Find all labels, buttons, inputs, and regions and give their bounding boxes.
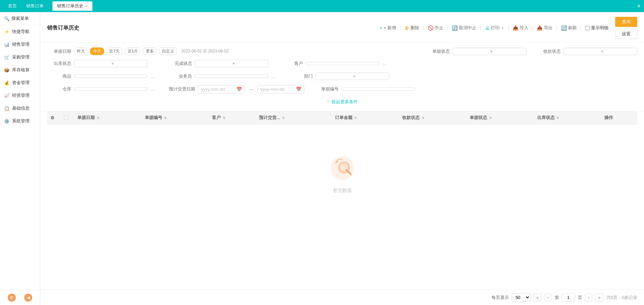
inventory-icon: 📦 (4, 67, 9, 73)
display-columns-toggle[interactable]: 显示明细 (585, 25, 608, 31)
th-outbound-status[interactable]: 出库状态 ⇅ (534, 111, 601, 124)
date-btn-custom[interactable]: 自定义 (159, 47, 177, 55)
filter-row-4: 仓库 ... 预计交货日期 yyyy-mm-dd 📅 — yyyy-mm-dd … (47, 85, 637, 93)
sales-rep-label: 业务员 (168, 73, 195, 79)
last-page-button[interactable]: » (595, 294, 603, 301)
divider-6 (532, 26, 533, 30)
order-number-label: 单据编号 (314, 86, 341, 92)
th-checkbox[interactable] (60, 111, 74, 124)
sidebar-item-sales-mgmt[interactable]: 📊 销售管理 (0, 38, 40, 51)
search-icon: 🔍 (4, 16, 9, 21)
th-delivery[interactable]: 预计交货... ⇅ (256, 111, 332, 124)
next-page-button[interactable]: › (585, 294, 592, 301)
collapse-arrow-icon: ⌃ (327, 100, 330, 104)
outbound-status-select[interactable]: ▼ (74, 60, 148, 67)
date-btn-7days[interactable]: 近7天 (106, 47, 123, 55)
divider-7 (557, 26, 557, 30)
th-receipt-status[interactable]: 收款状态 ⇅ (399, 111, 466, 124)
sidebar-item-purchase-mgmt[interactable]: 🛒 采购管理 (0, 51, 40, 64)
warehouse-dots[interactable]: ... (148, 85, 158, 93)
filter-area: 单据日期 昨天 今天 近7天 近1月 更多 自定义 2023-06-02 至 2… (40, 43, 644, 111)
first-page-button[interactable]: « (533, 294, 542, 301)
refresh-button[interactable]: 🔄 刷新 (561, 25, 577, 31)
th-number[interactable]: 单据编号 ⇅ (141, 111, 209, 124)
th-order-status[interactable]: 单据状态 ⇅ (466, 111, 534, 124)
completion-status-arrow-icon: ▼ (232, 62, 265, 66)
query-button[interactable]: 查询 (615, 17, 637, 27)
date-options: 昨天 今天 近7天 近1月 更多 自定义 2023-06-02 至 2023-0… (74, 47, 229, 55)
calendar-icon-from: 📅 (237, 87, 242, 92)
warehouse-input[interactable] (74, 87, 148, 91)
delete-button[interactable]: 🗑 删除 (404, 25, 419, 31)
delivery-date-from[interactable]: yyyy-mm-dd 📅 (198, 85, 245, 93)
tab-home[interactable]: 首页 (3, 1, 22, 11)
th-amount[interactable]: 订单金额 ⇅ (332, 111, 399, 124)
sort-outbound-icon: ⇅ (556, 116, 559, 120)
settings-button[interactable]: 设置 (615, 29, 637, 39)
toolbar: + + 新增 🗑 删除 🚫 中止 🔄 取消中止 (380, 17, 637, 39)
sales-rep-input[interactable] (195, 75, 268, 78)
sort-number-icon: ⇅ (164, 116, 167, 120)
print-icon: 🖨 (485, 25, 489, 31)
sales-rep-dots[interactable]: ... (268, 72, 278, 81)
tab-sales-order[interactable]: 销售订单 × (22, 1, 52, 11)
th-settings[interactable]: ⚙ (47, 111, 60, 124)
export-button[interactable]: 📤 导出 (537, 25, 553, 31)
refresh-icon: 🔄 (561, 25, 567, 31)
tab-close-history[interactable]: × (85, 4, 87, 8)
sort-amount-icon: ⇅ (354, 116, 357, 120)
receipt-status-select[interactable]: ▼ (563, 48, 637, 55)
finance-icon: 💰 (4, 80, 9, 85)
page-prefix-label: 第 (555, 295, 559, 301)
empty-state: 暂无数据 (47, 124, 637, 207)
date-btn-yesterday[interactable]: 昨天 (74, 47, 88, 55)
sidebar-item-inventory[interactable]: 📦 库存核算 (0, 64, 40, 76)
date-btn-1month[interactable]: 近1月 (125, 47, 141, 55)
stop-button[interactable]: 🚫 中止 (428, 25, 443, 31)
th-date[interactable]: 单据日期 ⇅ (74, 111, 141, 124)
sidebar-item-operations[interactable]: 📈 经营管理 (0, 89, 40, 102)
date-btn-today[interactable]: 今天 (90, 47, 104, 55)
customer-dots[interactable]: ... (380, 59, 389, 68)
collapse-bar[interactable]: ⌃ 收起更多条件 (47, 98, 637, 106)
page-title: 销售订单历史 (47, 25, 79, 32)
sidebar-item-system-mgmt[interactable]: ⚙️ 系统管理 (0, 115, 40, 127)
completion-status-select[interactable]: ▼ (195, 60, 269, 67)
import-button[interactable]: 📥 导入 (513, 25, 528, 31)
per-page-select[interactable]: 50 10 20 100 (512, 293, 530, 302)
window-close-icon[interactable]: × (637, 3, 641, 10)
prev-page-button[interactable]: ‹ (545, 294, 552, 301)
tab-close-sales-order[interactable]: × (46, 4, 48, 8)
calendar-icon-to: 📅 (296, 87, 301, 92)
divider-8 (581, 26, 581, 30)
tab-sales-order-history[interactable]: 销售订单历史 × (52, 1, 92, 11)
order-status-select[interactable]: ▼ (453, 48, 526, 55)
customer-label: 客户 (289, 61, 306, 67)
display-columns-checkbox[interactable] (585, 26, 590, 30)
th-customer[interactable]: 客户 ⇅ (209, 111, 256, 124)
sidebar-item-basic-info[interactable]: 📋 基础信息 (0, 102, 40, 115)
product-dots[interactable]: ... (148, 72, 158, 81)
department-select[interactable]: ▼ (315, 73, 389, 80)
sidebar-settings-icon[interactable]: ⚙ (8, 294, 16, 302)
print-arrow-icon: ▼ (501, 26, 504, 30)
sidebar-collapse-icon[interactable]: ◀ (24, 294, 32, 302)
page-number-input[interactable] (562, 294, 575, 301)
sidebar-item-finance[interactable]: 💰 资金管理 (0, 76, 40, 89)
table-area: ⚙ 单据日期 ⇅ 单据编号 ⇅ 客户 ⇅ 预计交货... ⇅ 订单金额 ⇅ 收款… (40, 111, 644, 290)
cancel-stop-button[interactable]: 🔄 取消中止 (452, 25, 476, 31)
sidebar-search[interactable]: 🔍 搜索菜单 (0, 12, 40, 25)
new-button[interactable]: + + 新增 (380, 25, 396, 31)
print-button[interactable]: 🖨 打印 ▼ (485, 25, 504, 31)
order-number-input[interactable] (341, 87, 415, 91)
sort-date-icon: ⇅ (97, 116, 99, 120)
delivery-date-to[interactable]: yyyy-mm-dd 📅 (257, 85, 304, 93)
query-settings-group: 查询 设置 (615, 17, 637, 39)
customer-input[interactable] (306, 62, 380, 65)
date-btn-more[interactable]: 更多 (143, 47, 157, 55)
product-input[interactable] (74, 75, 148, 78)
content-header: 销售订单历史 + + 新增 🗑 删除 🚫 中止 🔄 (40, 12, 644, 43)
cancel-stop-icon: 🔄 (452, 25, 458, 31)
sidebar-item-quick-nav[interactable]: ⚡ 快捷导航 (0, 25, 40, 38)
page-suffix-label: 页 (578, 295, 582, 301)
